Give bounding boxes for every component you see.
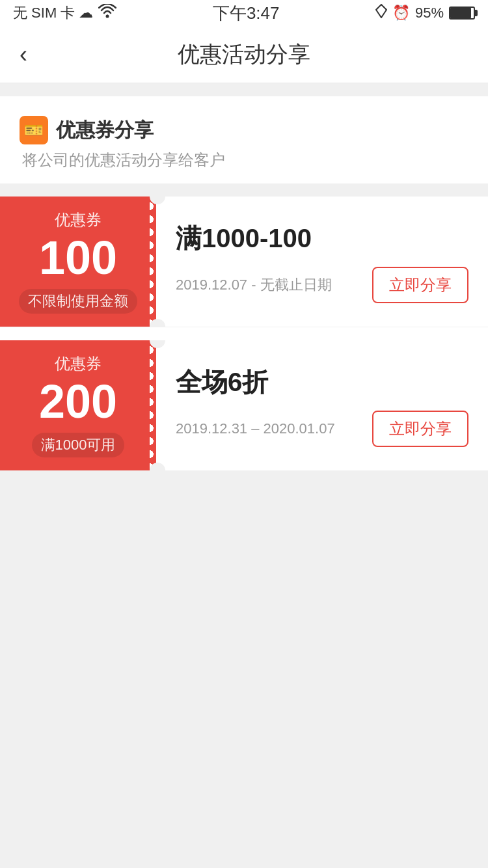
coupon-date-1: 2019.12.07 - 无截止日期 — [176, 275, 332, 295]
section-title: 优惠券分享 — [56, 117, 154, 144]
page-title: 优惠活动分享 — [178, 40, 310, 70]
nav-bar: ‹ 优惠活动分享 — [0, 26, 488, 83]
status-right: ⏰ 95% — [375, 4, 475, 22]
share-button-2[interactable]: 立即分享 — [372, 411, 468, 447]
battery-icon — [449, 7, 475, 20]
location-icon — [375, 4, 387, 22]
coupon-item: 优惠券 200 满1000可用 全场6折 2019.12.31 – 2020.0… — [0, 340, 488, 471]
sim-label: 无 SIM 卡 ☁ — [13, 3, 93, 23]
alarm-icon: ⏰ — [392, 5, 410, 21]
section-header: 🎫 优惠券分享 将公司的优惠活动分享给客户 — [0, 96, 488, 183]
section-header-top: 🎫 优惠券分享 — [20, 116, 468, 144]
coupon-right-1: 满1000-100 2019.12.07 - 无截止日期 立即分享 — [156, 197, 488, 327]
svg-point-0 — [106, 15, 109, 18]
coupon-amount-1: 100 — [39, 234, 117, 281]
coupon-condition-1: 不限制使用金额 — [19, 289, 137, 314]
coupon-amount-2: 200 — [39, 378, 117, 425]
share-button-1[interactable]: 立即分享 — [372, 267, 468, 303]
coupon-condition-2: 满1000可用 — [32, 433, 125, 457]
coupon-name-2: 全场6折 — [176, 364, 468, 400]
empty-area — [0, 471, 488, 796]
coupon-list: 优惠券 100 不限制使用金额 满1000-100 2019.12.07 - 无… — [0, 197, 488, 471]
back-button[interactable]: ‹ — [20, 41, 27, 68]
status-left: 无 SIM 卡 ☁ — [13, 3, 116, 23]
coupon-left-1: 优惠券 100 不限制使用金额 — [0, 197, 156, 327]
coupon-bottom-row-2: 2019.12.31 – 2020.01.07 立即分享 — [176, 411, 468, 447]
coupon-label-1: 优惠券 — [55, 210, 102, 230]
coupon-item: 优惠券 100 不限制使用金额 满1000-100 2019.12.07 - 无… — [0, 197, 488, 327]
status-bar: 无 SIM 卡 ☁ 下午3:47 ⏰ 95% — [0, 0, 488, 26]
status-time: 下午3:47 — [213, 2, 280, 25]
coupon-bottom-row-1: 2019.12.07 - 无截止日期 立即分享 — [176, 267, 468, 303]
battery-percent: 95% — [415, 5, 444, 21]
coupon-label-2: 优惠券 — [55, 353, 102, 374]
section-subtitle: 将公司的优惠活动分享给客户 — [22, 150, 468, 170]
coupon-right-2: 全场6折 2019.12.31 – 2020.01.07 立即分享 — [156, 340, 488, 470]
wifi-icon — [98, 4, 116, 22]
coupon-name-1: 满1000-100 — [176, 221, 468, 256]
coupon-date-2: 2019.12.31 – 2020.01.07 — [176, 420, 335, 437]
coupon-share-icon: 🎫 — [20, 116, 48, 144]
coupon-left-2: 优惠券 200 满1000可用 — [0, 340, 156, 470]
